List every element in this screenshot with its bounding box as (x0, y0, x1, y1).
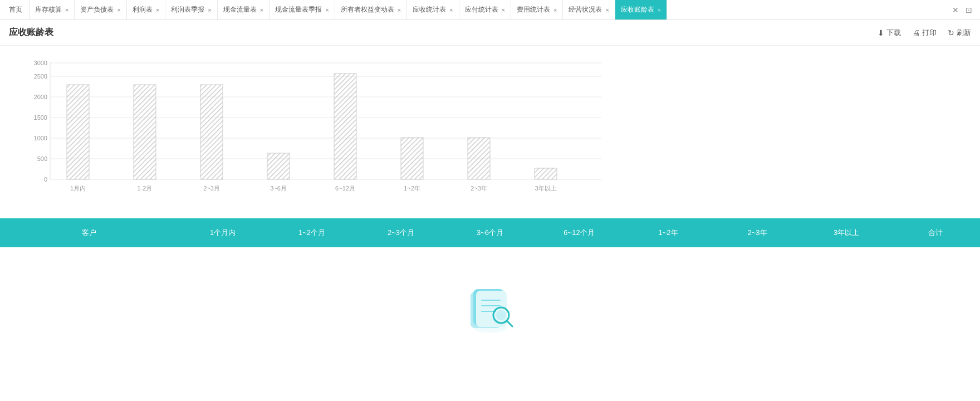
col-2-3m-label: 2~3个月 (388, 228, 414, 237)
header-actions: ⬇ 下载 🖨 打印 ↻ 刷新 (878, 28, 971, 38)
table-header: 客户 1个月内 1~2个月 2~3个月 3~6个月 6~12个月 1~2年 2~… (0, 218, 980, 247)
tab-cashflow-quarterly-label: 现金流量表季报 (275, 5, 322, 14)
col-1-2y-label: 1~2年 (658, 228, 678, 237)
svg-text:2500: 2500 (34, 73, 47, 80)
col-1-2y: 1~2年 (624, 228, 713, 238)
tab-cashflow-quarterly-close[interactable]: × (325, 7, 329, 13)
bar-1m (67, 85, 89, 179)
col-6-12m-label: 6~12个月 (564, 228, 594, 237)
tab-expense-stats-close[interactable]: × (553, 7, 557, 13)
tab-expense-stats[interactable]: 费用统计表 × (511, 0, 563, 20)
tab-operations-label: 经营状况表 (569, 5, 602, 14)
col-total-label: 合计 (928, 228, 943, 237)
refresh-icon: ↻ (948, 28, 954, 37)
tab-cashflow-label: 现金流量表 (223, 5, 257, 14)
col-customer-label: 客户 (82, 228, 96, 237)
svg-text:6~12月: 6~12月 (335, 185, 355, 192)
tab-profit-label: 利润表 (133, 5, 153, 14)
svg-text:3000: 3000 (34, 60, 47, 66)
bar-chart: 0 500 1000 1500 2000 2500 3000 1月内 (17, 57, 963, 213)
tab-profit[interactable]: 利润表 × (127, 0, 165, 20)
tab-balance-close[interactable]: × (117, 7, 120, 13)
download-icon: ⬇ (878, 28, 884, 37)
bar-1-2m (134, 85, 156, 179)
svg-text:1~2年: 1~2年 (404, 185, 420, 192)
col-1-2m: 1~2个月 (267, 228, 356, 238)
svg-text:2~3月: 2~3月 (203, 185, 220, 192)
svg-text:3年以上: 3年以上 (535, 185, 556, 192)
tab-operations-close[interactable]: × (605, 7, 609, 13)
col-3-6m: 3~6个月 (445, 228, 535, 238)
tab-operations[interactable]: 经营状况表 × (563, 0, 615, 20)
tab-ar-aging-close[interactable]: × (658, 7, 661, 13)
tab-profit-quarterly-label: 利润表季报 (171, 5, 204, 14)
tab-inventory-label: 库存核算 (35, 5, 62, 14)
print-icon: 🖨 (912, 28, 920, 37)
tab-expense-stats-label: 费用统计表 (517, 5, 550, 14)
tab-ar-stats-label: 应收统计表 (413, 5, 446, 14)
tab-balance[interactable]: 资产负债表 × (75, 0, 126, 20)
tab-ap-stats[interactable]: 应付统计表 × (459, 0, 511, 20)
svg-rect-27 (476, 291, 507, 327)
tab-equity[interactable]: 所有者权益变动表 × (335, 0, 407, 20)
tab-cashflow-quarterly[interactable]: 现金流量表季报 × (270, 0, 335, 20)
tab-bar: 首页 库存核算 × 资产负债表 × 利润表 × 利润表季报 × 现金流量表 × … (0, 0, 980, 20)
bar-2-3m (200, 85, 223, 179)
col-total: 合计 (891, 228, 980, 238)
bar-6-12m (334, 74, 356, 179)
chart-container: 0 500 1000 1500 2000 2500 3000 1月内 (17, 57, 963, 213)
tab-cashflow[interactable]: 现金流量表 × (218, 0, 270, 20)
home-tab-label: 首页 (9, 5, 22, 14)
tab-profit-quarterly-close[interactable]: × (208, 7, 211, 13)
svg-text:1-2月: 1-2月 (138, 185, 153, 192)
main-content: 0 500 1000 1500 2000 2500 3000 1月内 (0, 46, 980, 401)
col-3y-plus: 3年以上 (802, 228, 891, 238)
refresh-button[interactable]: ↻ 刷新 (948, 28, 971, 38)
window-controls: ✕ ⊡ (947, 6, 978, 14)
tab-home[interactable]: 首页 (2, 0, 30, 20)
svg-text:1500: 1500 (34, 114, 47, 121)
col-3y-plus-label: 3年以上 (834, 228, 859, 237)
tab-profit-close[interactable]: × (156, 7, 159, 13)
tab-equity-label: 所有者权益变动表 (341, 5, 394, 14)
col-2-3y: 2~3年 (713, 228, 802, 238)
empty-state-icon (457, 281, 523, 336)
col-2-3y-label: 2~3年 (747, 228, 767, 237)
maximize-button[interactable]: ⊡ (964, 6, 973, 14)
print-label: 打印 (922, 28, 937, 38)
page-header: 应收账龄表 ⬇ 下载 🖨 打印 ↻ 刷新 (0, 20, 980, 46)
col-3-6m-label: 3~6个月 (477, 228, 503, 237)
svg-text:500: 500 (37, 155, 47, 162)
print-button[interactable]: 🖨 打印 (912, 28, 937, 38)
download-button[interactable]: ⬇ 下载 (878, 28, 901, 38)
bar-3y-plus (535, 168, 557, 179)
tab-cashflow-close[interactable]: × (260, 7, 263, 13)
tab-ar-stats-close[interactable]: × (449, 7, 453, 13)
tab-ap-stats-close[interactable]: × (502, 7, 505, 13)
tab-ar-stats[interactable]: 应收统计表 × (407, 0, 459, 20)
download-label: 下载 (886, 28, 901, 38)
empty-state (0, 247, 980, 336)
col-1-2m-label: 1~2个月 (298, 228, 325, 237)
page-title: 应收账龄表 (9, 27, 53, 38)
tab-equity-close[interactable]: × (398, 7, 401, 13)
tab-inventory-close[interactable]: × (65, 7, 68, 13)
svg-text:2~3年: 2~3年 (471, 185, 487, 192)
tab-inventory[interactable]: 库存核算 × (30, 0, 75, 20)
bar-3-6m (267, 153, 290, 179)
chart-area: 0 500 1000 1500 2000 2500 3000 1月内 (0, 46, 980, 218)
minimize-button[interactable]: ✕ (951, 6, 960, 14)
tab-ar-aging-label: 应收账龄表 (621, 5, 654, 14)
svg-text:0: 0 (44, 176, 47, 183)
svg-text:1月内: 1月内 (70, 185, 86, 192)
svg-text:1000: 1000 (34, 135, 47, 141)
svg-line-33 (507, 321, 512, 326)
svg-text:3~6月: 3~6月 (270, 185, 287, 192)
col-customer: 客户 (0, 228, 178, 238)
tab-balance-label: 资产负债表 (80, 5, 114, 14)
tab-profit-quarterly[interactable]: 利润表季报 × (165, 0, 217, 20)
svg-point-32 (496, 310, 506, 320)
tab-ar-aging[interactable]: 应收账龄表 × (615, 0, 667, 20)
tab-ap-stats-label: 应付统计表 (465, 5, 498, 14)
col-1m: 1个月内 (178, 228, 267, 238)
